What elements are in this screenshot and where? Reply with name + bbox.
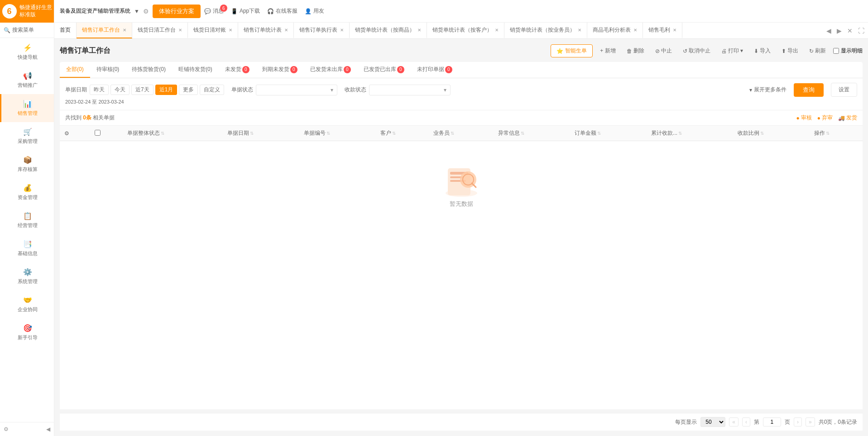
tab-sales-by-customer[interactable]: 销货单统计表（按客户）✕ (427, 23, 504, 38)
ship-action-button[interactable]: 🚚 发货 (838, 114, 857, 122)
tabs-expand-button[interactable]: ⛶ (856, 26, 866, 35)
tab-close-sales-workbench[interactable]: ✕ (123, 28, 126, 33)
sub-tab-pending-review[interactable]: 待审核(0) (90, 62, 126, 78)
sort-icon-collected[interactable]: ⇅ (678, 131, 682, 136)
date-btn-more[interactable]: 更多 (179, 85, 198, 95)
sub-tab-pending-inspect[interactable]: 待拣货验货(0) (125, 62, 172, 78)
col-header-settings[interactable]: ⚙ (60, 126, 90, 141)
tab-close-sales-stats[interactable]: ✕ (284, 28, 288, 33)
show-detail-checkbox[interactable] (833, 48, 839, 54)
sort-icon-date[interactable]: ⇅ (250, 131, 254, 136)
tabs-forward-button[interactable]: ▶ (835, 26, 844, 35)
next-page-button[interactable]: › (794, 417, 802, 427)
select-all-checkbox[interactable] (95, 130, 101, 136)
delete-button[interactable]: 🗑 删除 (623, 45, 648, 57)
import-button[interactable]: ⬇ 导入 (750, 45, 774, 57)
tabs-close-all-button[interactable]: ✕ (845, 26, 854, 35)
tab-close-cash-daily[interactable]: ✕ (178, 28, 182, 33)
app-download-button[interactable]: 📱 App下载 (231, 7, 260, 15)
table-scroll[interactable]: ⚙单据整体状态⇅单据日期⇅单据编号⇅客户⇅业务员⇅异常信息⇅订单金额⇅累计收款.… (60, 126, 863, 409)
solution-button[interactable]: 体验行业方案 (153, 5, 201, 18)
module-dropdown[interactable]: ▼ (134, 8, 139, 14)
tab-close-sales-margin[interactable]: ✕ (673, 28, 676, 33)
sub-tab-shipped-out[interactable]: 已发货已出库0 (357, 62, 411, 78)
col-header-check[interactable] (90, 126, 123, 141)
smart-order-button[interactable]: ⭐ 智能生单 (551, 44, 593, 57)
review-action-button[interactable]: ● 审核 (796, 114, 812, 122)
sort-icon-amount[interactable]: ⇅ (597, 131, 601, 136)
tabs-back-button[interactable]: ◀ (825, 26, 833, 35)
sidebar-item-enterprise[interactable]: 🤝 企业协同 (0, 290, 54, 318)
query-button[interactable]: 查询 (794, 83, 824, 97)
sidebar-search[interactable]: 🔍 搜索菜单 (0, 23, 54, 38)
tab-close-cash-reconcile[interactable]: ✕ (229, 28, 232, 33)
tab-close-sales-exec[interactable]: ✕ (340, 28, 344, 33)
per-page-select[interactable]: 50 10 20 100 (700, 417, 725, 427)
sidebar-item-guide[interactable]: 🎯 新手引导 (0, 318, 54, 346)
sub-tab-not-shipped[interactable]: 未发货0 (219, 62, 256, 78)
tab-home[interactable]: 首页 (54, 23, 77, 38)
date-btn-last1m[interactable]: 近1月 (155, 85, 177, 95)
date-btn-custom[interactable]: 自定义 (200, 85, 224, 95)
tab-sales-exec[interactable]: 销售订单执行表✕ (294, 23, 350, 38)
col-settings-icon[interactable]: ⚙ (64, 130, 69, 137)
tab-sales-by-goods[interactable]: 销货单统计表（按商品）✕ (350, 23, 427, 38)
cancel-review-button[interactable]: ● 弃审 (817, 114, 833, 122)
tab-sales-by-staff[interactable]: 销货单统计表（按业务员）✕ (504, 23, 587, 38)
sub-tab-not-printed[interactable]: 未打印单据0 (411, 62, 459, 78)
sub-tab-wangpu-ship[interactable]: 旺铺待发货(0) (172, 62, 219, 78)
sort-icon-customer[interactable]: ⇅ (392, 131, 396, 136)
settings-icon[interactable]: ⚙ (4, 426, 9, 432)
gear-icon[interactable]: ⚙ (143, 8, 149, 15)
cancel-stop-button[interactable]: ↺ 取消中止 (679, 45, 714, 57)
stop-button[interactable]: ⊘ 中止 (652, 45, 676, 57)
online-service-button[interactable]: 🎧 在线客服 (267, 7, 297, 15)
sidebar-item-purchase[interactable]: 🛒 采购管理 (0, 122, 54, 150)
tab-sales-workbench[interactable]: 销售订单工作台✕ (77, 23, 132, 38)
sidebar-item-operations[interactable]: 📋 经营管理 (0, 206, 54, 234)
first-page-button[interactable]: « (729, 417, 739, 427)
collapse-icon[interactable]: ◀ (46, 426, 50, 432)
last-page-button[interactable]: » (806, 417, 815, 427)
tab-sales-margin[interactable]: 销售毛利✕ (643, 23, 682, 38)
sub-tab-shipped-not-out[interactable]: 已发货未出库0 (304, 62, 357, 78)
tab-close-sales-by-goods[interactable]: ✕ (417, 28, 421, 33)
settings-button[interactable]: 设置 (831, 83, 857, 97)
add-button[interactable]: + 新增 (596, 45, 619, 57)
tab-close-gross-profit[interactable]: ✕ (633, 28, 637, 33)
page-input[interactable] (763, 417, 781, 427)
sort-icon-exception[interactable]: ⇅ (521, 131, 524, 136)
messages-button[interactable]: 💬 消息 6 (204, 7, 224, 15)
status-select[interactable]: ▾ (256, 85, 337, 95)
prev-page-button[interactable]: ‹ (742, 417, 750, 427)
date-btn-last7[interactable]: 近7天 (131, 85, 153, 95)
export-button[interactable]: ⬆ 导出 (778, 45, 802, 57)
tab-gross-profit[interactable]: 商品毛利分析表✕ (587, 23, 643, 38)
sidebar-item-system[interactable]: ⚙️ 系统管理 (0, 262, 54, 290)
user-button[interactable]: 👤 用友 (305, 7, 324, 15)
date-btn-yesterday[interactable]: 昨天 (90, 85, 109, 95)
sub-tab-all[interactable]: 全部(0) (60, 62, 90, 78)
sidebar-item-basic-info[interactable]: 📑 基础信息 (0, 234, 54, 262)
show-detail-toggle[interactable]: 显示明细 (833, 47, 863, 55)
tab-sales-stats[interactable]: 销售订单统计表✕ (238, 23, 294, 38)
sidebar-item-marketing[interactable]: 📢 营销推广 (0, 66, 54, 94)
sidebar-item-inventory[interactable]: 📦 库存核算 (0, 150, 54, 178)
tab-cash-reconcile[interactable]: 钱货日清对账✕ (188, 23, 238, 38)
sidebar-item-quick-nav[interactable]: ⚡ 快捷导航 (0, 38, 54, 66)
horizontal-scrollbar[interactable] (60, 409, 863, 413)
sort-icon-status[interactable]: ⇅ (161, 131, 164, 136)
payment-select[interactable]: ▾ (369, 85, 451, 95)
tab-close-sales-by-customer[interactable]: ✕ (495, 28, 499, 33)
sidebar-item-sales[interactable]: 📊 销售管理 (0, 94, 54, 122)
sort-icon-number[interactable]: ⇅ (326, 131, 330, 136)
refresh-button[interactable]: ↻ 刷新 (806, 45, 830, 57)
tab-cash-daily[interactable]: 钱货日清工作台✕ (132, 23, 188, 38)
date-btn-today[interactable]: 今天 (110, 85, 129, 95)
sort-icon-actions[interactable]: ⇅ (826, 131, 830, 136)
sub-tab-overdue-not-shipped[interactable]: 到期未发货0 (256, 62, 304, 78)
expand-filter-button[interactable]: ▾ 展开更多条件 (749, 86, 786, 94)
sort-icon-ratio[interactable]: ⇅ (760, 131, 764, 136)
sidebar-item-finance[interactable]: 💰 资金管理 (0, 178, 54, 206)
sort-icon-staff[interactable]: ⇅ (451, 131, 454, 136)
